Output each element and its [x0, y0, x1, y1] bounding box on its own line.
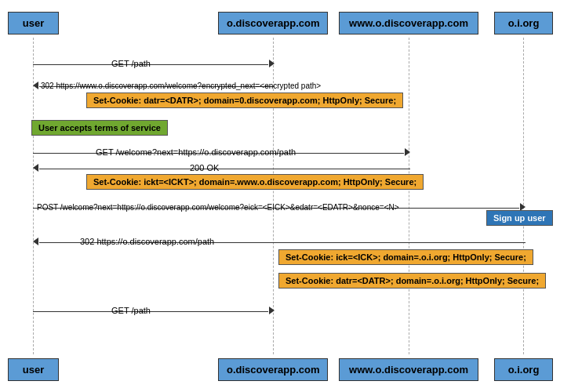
- actor-o-discover-bot: o.discoverapp.com: [218, 358, 328, 381]
- arrow-m6: 200 OK: [33, 163, 410, 174]
- arrow-m10: 302 https://o.discoverapp.com/path: [33, 237, 526, 248]
- msg-box-sign-up-user: Sign up user: [486, 210, 553, 226]
- actor-o-discover-top: o.discoverapp.com: [218, 12, 328, 34]
- arrow-m13-label: GET /path: [111, 306, 151, 315]
- arrow-m10-label: 302 https://o.discoverapp.com/path: [80, 237, 214, 246]
- arrow-m2: 302 https://www.o.discoverapp.com/welcom…: [33, 81, 275, 92]
- arrow-m6-label: 200 OK: [190, 163, 219, 172]
- arrow-m5: GET /welcome?next=https://o.discoverapp.…: [33, 147, 410, 158]
- lifeline-o-i-org: [523, 38, 524, 354]
- lifeline-www-discover: [409, 38, 409, 354]
- actor-o-i-org-bot: o.i.org: [494, 358, 553, 381]
- msg-box-set-cookie-datr-org: Set-Cookie: datr=<DATR>; domain=.o.i.org…: [278, 273, 546, 289]
- arrow-m2-label: 302 https://www.o.discoverapp.com/welcom…: [41, 82, 321, 90]
- actor-www-discover-top: www.o.discoverapp.com: [339, 12, 478, 34]
- msg-box-set-cookie-ickt: Set-Cookie: ickt=<ICKT>; domain=.www.o.d…: [86, 174, 424, 190]
- arrow-m5-label: GET /welcome?next=https://o.discoverapp.…: [96, 147, 296, 157]
- arrow-m1-label: GET /path: [111, 59, 151, 68]
- msg-box-set-cookie-datr-discover: Set-Cookie: datr=<DATR>; domain=0.discov…: [86, 93, 403, 108]
- msg-box-user-accepts: User accepts terms of service: [31, 120, 168, 136]
- actor-user-top: user: [8, 12, 59, 34]
- arrow-m8-label: POST /welcome?next=https://o.discoverapp…: [37, 203, 399, 212]
- arrow-m13: GET /path: [33, 306, 275, 317]
- actor-o-i-org-top: o.i.org: [494, 12, 553, 34]
- sequence-diagram: user o.discoverapp.com www.o.discoverapp…: [0, 0, 571, 392]
- msg-box-set-cookie-ick: Set-Cookie: ick=<ICK>; domain=.o.i.org; …: [278, 249, 533, 265]
- actor-www-discover-bot: www.o.discoverapp.com: [339, 358, 478, 381]
- arrow-m8: POST /welcome?next=https://o.discoverapp…: [33, 202, 526, 213]
- arrow-m1: GET /path: [33, 59, 275, 70]
- actor-user-bot: user: [8, 358, 59, 381]
